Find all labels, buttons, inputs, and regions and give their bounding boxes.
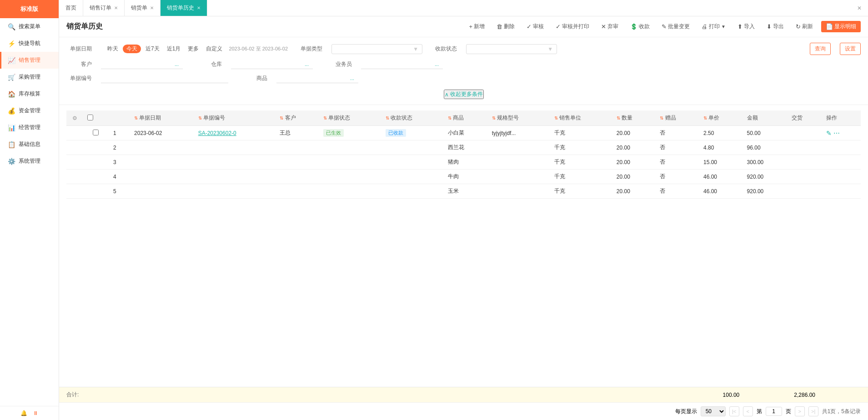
- cell-goods: 牛肉: [443, 170, 487, 184]
- sidebar-item-finance[interactable]: 💰 资金管理: [0, 102, 59, 119]
- th-pay-status[interactable]: ⇅ 收款状态: [381, 110, 443, 126]
- tab-home[interactable]: 首页: [59, 0, 83, 16]
- th-settings[interactable]: ⚙: [66, 110, 83, 126]
- sort-icon: ⇅: [554, 115, 558, 120]
- export-button[interactable]: ⬇ 导出: [763, 21, 788, 32]
- pause-icon[interactable]: ⏸: [33, 410, 38, 416]
- add-button[interactable]: + 新增: [466, 21, 489, 32]
- refresh-button[interactable]: ↻ 刷新: [792, 21, 817, 32]
- sidebar-item-system[interactable]: ⚙️ 系统管理: [0, 153, 59, 170]
- goods-input[interactable]: [276, 74, 350, 83]
- goods-ellipsis[interactable]: ...: [350, 75, 354, 81]
- th-spec[interactable]: ⇅ 规格型号: [487, 110, 550, 126]
- warehouse-ellipsis[interactable]: ...: [305, 61, 309, 67]
- tab-sales-history-close[interactable]: ✕: [197, 5, 201, 10]
- customer-input[interactable]: [101, 60, 175, 69]
- cell-checkbox[interactable]: [83, 184, 109, 199]
- th-price[interactable]: ⇅ 单价: [699, 110, 743, 126]
- cell-checkbox[interactable]: [83, 140, 109, 155]
- cell-checkbox[interactable]: [83, 170, 109, 184]
- cell-gift: 否: [655, 184, 699, 199]
- edit-op-button[interactable]: ✎: [826, 130, 832, 137]
- staff-input[interactable]: [361, 60, 435, 69]
- date-label: 单据日期: [66, 45, 92, 53]
- th-date[interactable]: ⇅ 单据日期: [130, 110, 194, 126]
- column-settings-icon[interactable]: ⚙: [72, 115, 77, 121]
- audit-icon: ✓: [527, 23, 532, 30]
- cell-ops: [822, 140, 861, 155]
- payment-status-select[interactable]: ▼: [466, 44, 557, 54]
- date-shortcut-7days[interactable]: 近7天: [143, 45, 162, 53]
- query-button[interactable]: 查询: [810, 43, 831, 55]
- sidebar-item-operations[interactable]: 📊 经营管理: [0, 119, 59, 136]
- doc-no-link[interactable]: SA-20230602-0: [198, 130, 236, 136]
- collect-button[interactable]: 💲 收款: [627, 21, 653, 32]
- tabs-close-all[interactable]: ✕: [851, 5, 868, 11]
- tab-sales-history[interactable]: 销货单历史 ✕: [161, 0, 207, 16]
- th-doc-status[interactable]: ⇅ 单据状态: [319, 110, 381, 126]
- th-qty[interactable]: ⇅ 数量: [612, 110, 656, 126]
- delete-button[interactable]: 🗑 删除: [493, 21, 518, 32]
- doc-type-select[interactable]: ▼: [331, 44, 422, 54]
- th-customer[interactable]: ⇅ 客户: [275, 110, 319, 126]
- cell-pay-status: [381, 140, 443, 155]
- staff-label: 业务员: [326, 60, 352, 68]
- th-gift[interactable]: ⇅ 赠品: [655, 110, 699, 126]
- th-checkbox[interactable]: [83, 110, 109, 126]
- sidebar-item-label: 销售管理: [19, 56, 40, 64]
- settings-button[interactable]: 设置: [840, 43, 861, 55]
- staff-ellipsis[interactable]: ...: [435, 61, 439, 67]
- main-table: ⚙ ⇅ 单据日期 ⇅ 单据编号: [66, 110, 861, 199]
- tab-sales-delivery-close[interactable]: ✕: [150, 5, 154, 10]
- abandon-button[interactable]: ✕ 弃审: [597, 21, 622, 32]
- more-op-button[interactable]: ⋯: [833, 130, 840, 137]
- date-shortcut-yesterday[interactable]: 昨天: [105, 45, 121, 53]
- print-button[interactable]: 🖨 打印 ▼: [698, 21, 729, 32]
- show-detail-button[interactable]: 📄 显示明细: [821, 21, 861, 32]
- sidebar-item-inventory[interactable]: 🏠 库存核算: [0, 85, 59, 102]
- tab-sales-order-close[interactable]: ✕: [114, 5, 118, 10]
- th-unit[interactable]: ⇅ 销售单位: [550, 110, 612, 126]
- page-size-select[interactable]: 50 100 200: [701, 406, 726, 416]
- payment-status-label: 收款状态: [431, 45, 457, 53]
- first-page-button[interactable]: |<: [729, 406, 739, 416]
- search-menu-icon: 🔍: [8, 23, 15, 30]
- audit-print-button[interactable]: ✓ 审核并打印: [552, 21, 593, 32]
- warehouse-input[interactable]: [231, 60, 305, 69]
- cell-checkbox[interactable]: [83, 126, 109, 140]
- notification-icon[interactable]: 🔔: [20, 410, 27, 416]
- system-icon: ⚙️: [8, 158, 15, 165]
- cell-checkbox[interactable]: [83, 155, 109, 170]
- prev-page-button[interactable]: <: [743, 406, 753, 416]
- cell-unit: 千克: [550, 140, 612, 155]
- th-goods[interactable]: ⇅ 商品: [443, 110, 487, 126]
- customer-ellipsis[interactable]: ...: [175, 61, 179, 67]
- last-page-button[interactable]: >|: [808, 406, 818, 416]
- page-number-input[interactable]: 1: [766, 407, 782, 416]
- cell-exchange: [787, 184, 822, 199]
- toolbar: + 新增 🗑 删除 ✓ 审核 ✓ 审核并打印 ✕ 弃审: [466, 21, 861, 32]
- tab-sales-order[interactable]: 销售订单 ✕: [83, 0, 125, 16]
- import-button[interactable]: ⬆ 导入: [734, 21, 758, 32]
- tab-sales-delivery[interactable]: 销货单 ✕: [125, 0, 161, 16]
- date-shortcut-1month[interactable]: 近1月: [164, 45, 184, 53]
- batch-change-button[interactable]: ✎ 批量变更: [658, 21, 693, 32]
- doc-no-input[interactable]: [101, 74, 228, 83]
- table-row: 4 牛肉 千克 20.00 否 46.00 920.00: [66, 170, 861, 184]
- sidebar-item-search-menu[interactable]: 🔍 搜索菜单: [0, 18, 59, 35]
- date-shortcut-custom[interactable]: 自定义: [203, 45, 225, 53]
- row-checkbox[interactable]: [93, 130, 99, 135]
- collapse-button[interactable]: ∧ 收起更多条件: [444, 90, 484, 99]
- select-all-checkbox[interactable]: [87, 115, 93, 120]
- sidebar-item-purchase-mgmt[interactable]: 🛒 采购管理: [0, 69, 59, 85]
- tabs-bar: 首页 销售订单 ✕ 销货单 ✕ 销货单历史 ✕ ✕: [59, 0, 868, 16]
- date-shortcut-more[interactable]: 更多: [185, 45, 201, 53]
- th-doc-no[interactable]: ⇅ 单据编号: [194, 110, 276, 126]
- sidebar-item-quick-nav[interactable]: ⚡ 快捷导航: [0, 35, 59, 52]
- batch-change-icon: ✎: [662, 23, 667, 30]
- sidebar-item-basic-info[interactable]: 📋 基础信息: [0, 136, 59, 153]
- audit-button[interactable]: ✓ 审核: [523, 21, 547, 32]
- sidebar-item-sales-mgmt[interactable]: 📈 销售管理: [0, 52, 59, 69]
- next-page-button[interactable]: >: [795, 406, 805, 416]
- date-shortcut-today[interactable]: 今天: [123, 45, 141, 53]
